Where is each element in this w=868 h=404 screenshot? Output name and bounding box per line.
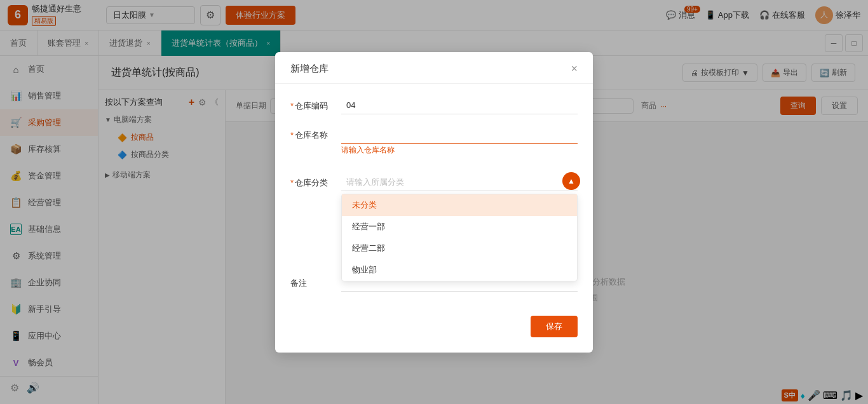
modal-save-button[interactable]: 保存 [531,316,578,337]
modal-footer: 保存 [275,316,593,337]
modal-body: * 仓库编码 * 仓库名称 请输入仓库名称 * [275,84,593,316]
name-error-message: 请输入仓库名称 [341,145,578,156]
notes-label: 备注 [290,274,341,289]
modal-close-button[interactable]: × [571,62,578,76]
dropdown-item-property[interactable]: 物业部 [342,259,577,281]
code-input[interactable] [341,97,578,114]
new-warehouse-modal: 新增仓库 × * 仓库编码 * 仓库名称 请输入仓库名称 [275,52,593,353]
category-label: * 仓库分类 [290,173,341,189]
dropdown-item-uncategorized[interactable]: 未分类 [342,194,577,216]
code-label: * 仓库编码 [290,97,341,112]
category-dropdown: 未分类 经营一部 经营二部 物业部 [341,194,578,281]
modal-title: 新增仓库 [290,63,329,75]
category-input[interactable] [341,173,578,191]
modal-overlay[interactable]: 新增仓库 × * 仓库编码 * 仓库名称 请输入仓库名称 [0,0,868,404]
name-form-row: * 仓库名称 请输入仓库名称 [290,126,578,156]
modal-header: 新增仓库 × [275,52,593,84]
category-dropdown-toggle[interactable]: ▲ [562,172,580,190]
category-form-row: * 仓库分类 ▲ 未分类 经营一部 经营二部 物业部 [290,173,578,191]
dropdown-item-dept1[interactable]: 经营一部 [342,216,577,238]
name-input[interactable] [341,126,578,144]
name-label: * 仓库名称 [290,126,341,141]
dropdown-item-dept2[interactable]: 经营二部 [342,238,577,259]
code-form-row: * 仓库编码 [290,97,578,114]
